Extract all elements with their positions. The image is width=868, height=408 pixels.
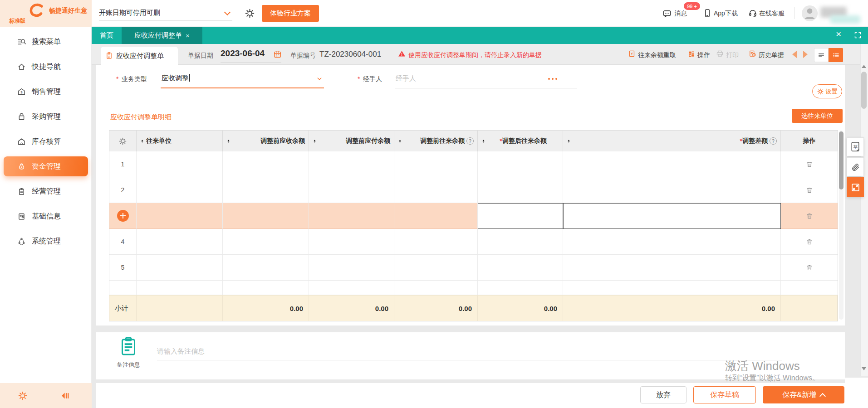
view-detail-toggle-active[interactable] — [829, 48, 843, 62]
delete-row-icon[interactable] — [806, 238, 813, 246]
support-icon[interactable] — [748, 9, 757, 18]
app-download-icon[interactable] — [703, 9, 712, 18]
scroll-up-icon[interactable] — [862, 63, 866, 68]
sidebar-item-operations[interactable]: 经营管理 — [0, 182, 92, 200]
cancel-button[interactable]: 放弃 — [640, 386, 687, 403]
subtotal-diff: 0.00 — [563, 296, 781, 321]
sidebar-item-sales[interactable]: 销售管理 — [0, 83, 92, 101]
close-tab-icon[interactable]: × — [186, 32, 190, 39]
add-row-button[interactable] — [117, 210, 129, 222]
sort-icon[interactable] — [140, 138, 144, 144]
sidebar-item-system[interactable]: 系统管理 — [0, 232, 92, 250]
header-pre-payable[interactable]: 调整前应付余额 — [309, 131, 394, 151]
save-and-new-button[interactable]: 保存&新增 — [763, 386, 844, 403]
actions-button[interactable]: 操作 — [697, 51, 710, 59]
diff-edit-cell[interactable] — [563, 203, 781, 229]
account-period-dropdown[interactable]: 开账日期可停用可删 — [99, 9, 160, 17]
cell-partner[interactable] — [137, 229, 223, 255]
sidebar-item-inventory[interactable]: 库存核算 — [0, 132, 92, 151]
post-balance-edit-cell[interactable] — [478, 203, 563, 229]
header-partner[interactable]: 往来单位 — [137, 131, 223, 151]
calendar-icon[interactable] — [273, 50, 282, 58]
sidebar-item-search-menu[interactable]: 搜索菜单 — [0, 33, 92, 51]
sort-icon[interactable] — [226, 138, 230, 144]
sidebar-item-funds[interactable]: 资金管理 — [4, 156, 88, 176]
history-icon[interactable] — [749, 50, 756, 58]
settings-button[interactable]: 设置 — [812, 84, 842, 98]
date-underline — [221, 62, 281, 63]
actions-grid-icon[interactable] — [688, 50, 695, 58]
brand-logo-icon — [27, 3, 46, 20]
header-diff[interactable]: *调整差额? — [563, 131, 781, 151]
brand-name: 畅捷通好生意 — [49, 7, 87, 15]
column-settings-cell[interactable] — [109, 131, 137, 151]
doc-number-value: TZ-20230604-001 — [319, 50, 381, 59]
tab-home[interactable]: 首页 — [92, 27, 122, 44]
header-pre-balance[interactable]: 调整前往来余额? — [394, 131, 478, 151]
close-all-icon[interactable]: × — [836, 29, 841, 39]
date-value[interactable]: 2023-06-04 — [221, 49, 265, 58]
sort-icon[interactable] — [567, 138, 571, 144]
tab-adjustment-doc[interactable]: 应收应付调整单 × — [122, 27, 202, 44]
trial-solution-button[interactable]: 体验行业方案 — [262, 5, 319, 22]
select-partner-button[interactable]: 选往来单位 — [792, 109, 843, 123]
warning-text: 使用应收应付调整单期间，请停止录入新的单据 — [408, 51, 542, 59]
sidebar-item-quick-nav[interactable]: 快捷导航 — [0, 58, 92, 76]
expand-panel-button[interactable] — [847, 177, 864, 197]
help-icon[interactable]: ? — [770, 137, 777, 145]
expand-icon — [851, 183, 860, 192]
delete-row-icon[interactable] — [806, 264, 813, 272]
delete-row-icon[interactable] — [806, 186, 813, 194]
draft-box-button[interactable]: 草 — [847, 137, 864, 156]
scroll-down-icon[interactable] — [862, 367, 866, 373]
messages-label[interactable]: 消息 — [674, 10, 687, 18]
gear-icon[interactable] — [245, 9, 255, 18]
settings-gear-icon[interactable] — [18, 391, 27, 400]
biz-type-chevron-icon[interactable] — [316, 76, 323, 82]
sort-icon[interactable] — [481, 138, 485, 144]
balance-refetch-icon[interactable] — [628, 50, 636, 58]
header-pre-receivable[interactable]: 调整前应收余额 — [223, 131, 309, 151]
messages-icon[interactable] — [662, 9, 672, 18]
fullscreen-icon[interactable] — [854, 31, 862, 39]
table-row-6-clipped — [109, 281, 838, 295]
subtotal-pre-payable: 0.00 — [309, 296, 394, 321]
delete-row-icon[interactable] — [806, 212, 813, 220]
handler-picker-dots-icon[interactable] — [548, 78, 557, 80]
delete-row-icon[interactable] — [806, 160, 813, 168]
required-mark: * — [116, 75, 118, 83]
view-list-toggle[interactable] — [814, 48, 829, 62]
history-button[interactable]: 历史单据 — [759, 51, 784, 59]
cell-partner[interactable] — [137, 151, 223, 177]
handler-field-placeholder[interactable]: 经手人 — [396, 74, 416, 83]
subtotal-row: 小计 0.00 0.00 0.00 0.00 0.00 — [109, 295, 838, 321]
user-icon — [802, 5, 818, 21]
username-redacted-2 — [830, 15, 860, 24]
sort-icon[interactable] — [398, 138, 402, 144]
save-draft-button[interactable]: 保存草稿 — [693, 386, 756, 403]
sort-icon[interactable] — [313, 138, 317, 144]
balance-refetch-button[interactable]: 往来余额重取 — [638, 51, 676, 59]
sidebar-item-basic-info[interactable]: 基础信息 — [0, 207, 92, 225]
cell-partner[interactable] — [137, 255, 223, 281]
table-scrollbar-thumb[interactable] — [839, 131, 843, 189]
biz-type-field[interactable]: 应收调整 — [162, 74, 190, 83]
header-post-balance[interactable]: *调整后往来余额 — [478, 131, 563, 151]
prev-doc-icon[interactable] — [792, 51, 797, 58]
chevron-down-icon[interactable] — [224, 9, 230, 15]
sidebar-item-purchase[interactable]: 采购管理 — [0, 107, 92, 126]
cell-partner[interactable] — [137, 177, 223, 203]
remark-input-placeholder[interactable]: 请输入备注信息 — [157, 347, 205, 356]
brand-edition: 标准版 — [9, 17, 25, 25]
next-doc-icon[interactable] — [803, 51, 808, 58]
avatar[interactable] — [802, 5, 818, 21]
window-scrollbar-thumb[interactable] — [861, 72, 867, 109]
cell-partner[interactable] — [137, 203, 223, 229]
app-download-label[interactable]: App下载 — [714, 10, 738, 18]
attachment-button[interactable] — [847, 157, 864, 176]
help-icon[interactable]: ? — [466, 137, 474, 145]
gear-icon — [119, 137, 127, 145]
support-label[interactable]: 在线客服 — [759, 10, 785, 18]
tab-bar: 首页 应收应付调整单 × × — [92, 27, 868, 44]
collapse-sidebar-icon[interactable] — [60, 391, 70, 401]
